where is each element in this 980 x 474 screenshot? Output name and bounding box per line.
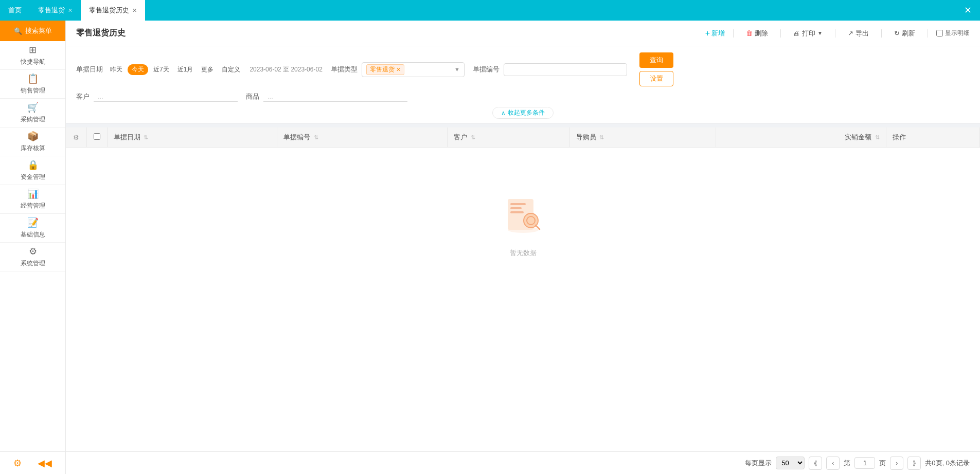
sidebar-item-operations-label: 经营管理 bbox=[21, 202, 45, 210]
filter-date-field: 单据日期 昨天 今天 近7天 近1月 更多 自定义 2023-06-02 至 2… bbox=[76, 64, 323, 75]
th-number-sort: ⇅ bbox=[314, 134, 318, 140]
th-amount[interactable]: 实销金额 ⇅ bbox=[716, 127, 886, 148]
new-button-label: 新增 bbox=[711, 29, 725, 38]
sidebar-item-inventory[interactable]: 📦 库存核算 bbox=[0, 127, 65, 156]
page-title: 零售退货历史 bbox=[76, 28, 126, 39]
print-button[interactable]: 🖨 打印 ▼ bbox=[789, 27, 827, 40]
sidebar-item-system[interactable]: ⚙ 系统管理 bbox=[0, 243, 65, 271]
content-area: 零售退货历史 + 新增 🗑 删除 🖨 打印 ▼ bbox=[66, 21, 980, 474]
operations-icon: 📊 bbox=[27, 188, 39, 199]
sidebar-item-finance[interactable]: 🔒 资金管理 bbox=[0, 156, 65, 185]
date-opt-more[interactable]: 更多 bbox=[198, 64, 217, 75]
filter-main: 单据日期 昨天 今天 近7天 近1月 更多 自定义 2023-06-02 至 2… bbox=[76, 52, 970, 119]
th-customer-sort: ⇅ bbox=[471, 134, 475, 140]
new-button[interactable]: + 新增 bbox=[705, 29, 725, 38]
per-page-select[interactable]: 20 50 100 bbox=[776, 457, 805, 469]
action-buttons: 查询 设置 bbox=[639, 52, 673, 86]
close-window-button[interactable]: ✕ bbox=[964, 5, 980, 16]
th-guide[interactable]: 导购员 ⇅ bbox=[569, 127, 716, 148]
show-details-checkbox[interactable] bbox=[936, 30, 943, 37]
th-guide-sort: ⇅ bbox=[599, 134, 604, 140]
customer-placeholder: ... bbox=[98, 93, 103, 100]
table-header-row: ⚙ 单据日期 ⇅ 单据编号 ⇅ 客户 bbox=[66, 127, 980, 148]
refresh-button-label: 刷新 bbox=[902, 29, 915, 38]
tab-retail-return-close[interactable]: ✕ bbox=[68, 7, 73, 14]
query-button[interactable]: 查询 bbox=[639, 52, 673, 68]
th-number[interactable]: 单据编号 ⇅ bbox=[277, 127, 448, 148]
page-first-button[interactable]: ⟪ bbox=[809, 457, 822, 470]
filter-doc-type-tag: 零售退货 ✕ bbox=[366, 64, 404, 75]
th-amount-sort: ⇅ bbox=[875, 134, 880, 140]
page-number-input[interactable] bbox=[854, 457, 875, 469]
basic-info-icon: 📝 bbox=[27, 217, 39, 228]
filter-doc-type-tag-close[interactable]: ✕ bbox=[396, 66, 401, 73]
page-next-button[interactable]: › bbox=[890, 457, 903, 470]
th-date[interactable]: 单据日期 ⇅ bbox=[107, 127, 277, 148]
page-prev-button[interactable]: ‹ bbox=[826, 457, 840, 470]
toolbar-divider-1 bbox=[733, 29, 734, 38]
date-opt-today[interactable]: 今天 bbox=[128, 64, 148, 75]
th-customer[interactable]: 客户 ⇅ bbox=[447, 127, 569, 148]
filter-doc-no-input[interactable] bbox=[504, 63, 627, 76]
collapse-up-icon: ∧ bbox=[501, 110, 506, 117]
sidebar-item-purchase-mgmt[interactable]: 🛒 采购管理 bbox=[0, 99, 65, 127]
sidebar-item-operations[interactable]: 📊 经营管理 bbox=[0, 185, 65, 214]
sidebar-item-quick-nav[interactable]: ⊞ 快捷导航 bbox=[0, 41, 65, 70]
page-label: 第 bbox=[844, 459, 850, 468]
date-opt-7days[interactable]: 近7天 bbox=[150, 64, 172, 75]
inventory-icon: 📦 bbox=[27, 131, 39, 142]
sidebar-item-sales-mgmt[interactable]: 📋 销售管理 bbox=[0, 70, 65, 99]
sidebar-item-purchase-mgmt-label: 采购管理 bbox=[21, 115, 45, 124]
sidebar-item-finance-label: 资金管理 bbox=[21, 173, 45, 181]
date-opt-custom[interactable]: 自定义 bbox=[219, 64, 243, 75]
refresh-button[interactable]: ↻ 刷新 bbox=[890, 27, 919, 40]
filter-date-label: 单据日期 bbox=[76, 65, 103, 74]
table-area: ⚙ 单据日期 ⇅ 单据编号 ⇅ 客户 bbox=[66, 127, 980, 451]
footer-audio-icon[interactable]: ◀◀ bbox=[38, 458, 52, 469]
goods-placeholder: ... bbox=[268, 93, 273, 100]
filter-doc-no-field: 单据编号 bbox=[473, 63, 627, 76]
sidebar-item-basic-info[interactable]: 📝 基础信息 bbox=[0, 214, 65, 243]
select-all-checkbox[interactable] bbox=[94, 133, 100, 140]
system-icon: ⚙ bbox=[29, 246, 37, 257]
show-details-label[interactable]: 显示明细 bbox=[936, 29, 970, 38]
customer-input[interactable]: ... bbox=[94, 92, 238, 102]
date-opt-1month[interactable]: 近1月 bbox=[174, 64, 197, 75]
th-date-sort: ⇅ bbox=[144, 134, 148, 140]
date-opt-yesterday[interactable]: 昨天 bbox=[107, 64, 126, 75]
delete-button[interactable]: 🗑 删除 bbox=[742, 27, 772, 40]
footer-settings-icon[interactable]: ⚙ bbox=[13, 458, 22, 469]
goods-input[interactable]: ... bbox=[263, 92, 407, 102]
collapse-row: ∧ 收起更多条件 bbox=[76, 107, 970, 119]
svg-rect-3 bbox=[510, 207, 522, 209]
th-amount-label: 实销金额 bbox=[845, 133, 871, 141]
sidebar-search[interactable]: 🔍 搜索菜单 bbox=[0, 21, 65, 41]
th-settings[interactable]: ⚙ bbox=[66, 127, 86, 148]
page-last-button[interactable]: ⟫ bbox=[907, 457, 921, 470]
settings-button[interactable]: 设置 bbox=[639, 71, 673, 86]
tab-retail-return[interactable]: 零售退货 ✕ bbox=[30, 0, 81, 21]
tab-retail-return-label: 零售退货 bbox=[38, 6, 65, 15]
sidebar-item-sales-mgmt-label: 销售管理 bbox=[21, 86, 45, 95]
search-icon: 🔍 bbox=[14, 27, 22, 35]
export-button-label: 导出 bbox=[856, 29, 869, 38]
toolbar: + 新增 🗑 删除 🖨 打印 ▼ ↗ 导出 bbox=[705, 27, 970, 40]
delete-icon: 🗑 bbox=[746, 29, 753, 37]
export-button[interactable]: ↗ 导出 bbox=[844, 27, 873, 40]
export-icon: ↗ bbox=[848, 29, 853, 37]
th-action: 操作 bbox=[886, 127, 979, 148]
th-checkbox[interactable] bbox=[86, 127, 107, 148]
data-table: ⚙ 单据日期 ⇅ 单据编号 ⇅ 客户 bbox=[66, 127, 980, 148]
filter-row-1: 单据日期 昨天 今天 近7天 近1月 更多 自定义 2023-06-02 至 2… bbox=[76, 52, 970, 86]
sidebar-search-label: 搜索菜单 bbox=[25, 26, 52, 35]
collapse-button[interactable]: ∧ 收起更多条件 bbox=[492, 107, 554, 119]
svg-rect-4 bbox=[510, 211, 524, 213]
sidebar-item-basic-info-label: 基础信息 bbox=[21, 230, 45, 239]
print-arrow-icon: ▼ bbox=[817, 30, 823, 36]
tab-retail-return-history[interactable]: 零售退货历史 ✕ bbox=[81, 0, 145, 21]
tab-home[interactable]: 首页 bbox=[0, 0, 30, 21]
filter-doc-type-box[interactable]: 零售退货 ✕ ▼ bbox=[362, 62, 465, 77]
tab-retail-return-history-close[interactable]: ✕ bbox=[132, 7, 137, 14]
filter-doc-type-label: 单据类型 bbox=[331, 65, 358, 74]
toolbar-divider-3 bbox=[835, 29, 835, 38]
